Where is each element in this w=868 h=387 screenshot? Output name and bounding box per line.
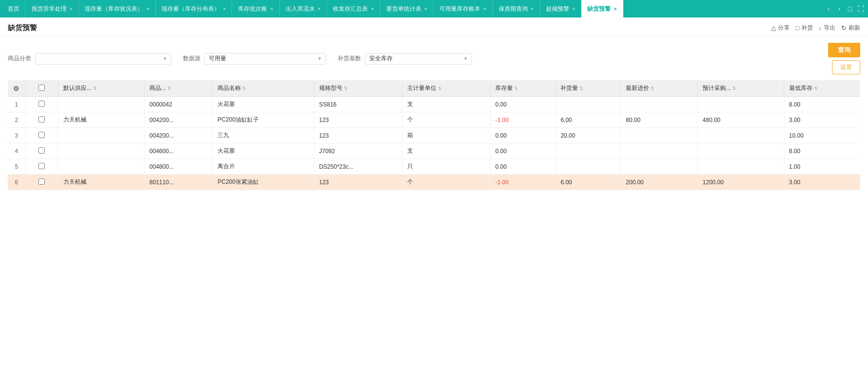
col-header-stock_qty[interactable]: 库存量 ⇅: [490, 80, 556, 97]
col-header-unit[interactable]: 主计量单位 ⇅: [402, 80, 490, 97]
tab-abnormal[interactable]: 拣货异常处理×: [26, 0, 79, 18]
tab-inventory-status[interactable]: 现存量（库存状况表）×: [79, 0, 155, 18]
datasource-input[interactable]: [204, 53, 326, 65]
cell-product_name-2: PC200油缸缸子: [213, 112, 314, 128]
sort-default_supplier[interactable]: 默认供应... ⇅: [63, 84, 97, 92]
sort-icon-product_name: ⇅: [242, 86, 246, 91]
sort-estimated_purchase[interactable]: 预计采购... ⇅: [703, 84, 736, 92]
export-action[interactable]: ↓ 导出: [819, 24, 836, 32]
tab-close-expiry-query[interactable]: ×: [531, 6, 534, 12]
tab-close-overstock[interactable]: ×: [572, 6, 575, 12]
cell-product_code-6: 801110...: [145, 175, 213, 190]
col-header-min_stock[interactable]: 最低库存 ⇅: [784, 80, 860, 97]
row-checkbox-4[interactable]: [25, 143, 58, 159]
sort-icon-estimated_purchase: ⇅: [732, 86, 736, 91]
cell-product_code-4: 004600...: [145, 143, 213, 159]
checkbox-2[interactable]: [38, 116, 45, 123]
tab-shortage[interactable]: 缺货预警×: [581, 0, 623, 18]
row-num-6: 6: [8, 175, 25, 190]
replenish-icon: □: [796, 24, 799, 32]
page-header: 缺货预警 △ 分享 □ 补货 ↓ 导出 ↻ 刷新: [0, 18, 868, 37]
tab-close-inout-flow[interactable]: ×: [318, 6, 321, 12]
sort-product_code[interactable]: 商品... ⇅: [149, 84, 171, 92]
row-checkbox-5[interactable]: [25, 159, 58, 175]
tab-expiry-query[interactable]: 保质期查询×: [493, 0, 540, 18]
replenish-action[interactable]: □ 补货: [796, 24, 813, 32]
tab-next-btn[interactable]: ›: [834, 0, 845, 18]
cell-default_supplier-1: [58, 97, 145, 112]
cell-replenish_qty-1: [556, 97, 621, 112]
category-label: 商品分类: [8, 54, 31, 63]
tab-close-abnormal[interactable]: ×: [70, 6, 72, 12]
tab-overstock[interactable]: 超储预警×: [540, 0, 581, 18]
table-row: 6力天机械801110...PC200张紧油缸123个-1.006.00200.…: [8, 175, 860, 190]
tab-label-expiry-query: 保质期查询: [499, 5, 528, 13]
sort-icon-replenish_qty: ⇅: [579, 86, 583, 91]
sort-spec[interactable]: 规格型号 ⇅: [319, 84, 348, 92]
replenish-base-input[interactable]: [365, 53, 472, 65]
tab-prev-btn[interactable]: ‹: [823, 0, 834, 18]
row-checkbox-6[interactable]: [25, 175, 58, 190]
category-filter: 商品分类 ▼: [8, 53, 171, 65]
sort-icon-min_stock: ⇅: [814, 86, 818, 91]
select-all-checkbox[interactable]: [38, 85, 45, 91]
col-header-product_name[interactable]: 商品名称 ⇅: [213, 80, 314, 97]
cell-replenish_qty-5: [556, 159, 621, 175]
col-header-latest_price[interactable]: 最新进价 ⇅: [621, 80, 698, 97]
checkbox-4[interactable]: [38, 147, 45, 154]
tab-label-available-ledger: 可用量库存账本: [439, 5, 480, 13]
col-header-replenish_qty[interactable]: 补货量 ⇅: [556, 80, 621, 97]
tab-available-ledger[interactable]: 可用量库存账本×: [434, 0, 492, 18]
restore-btn[interactable]: □: [845, 0, 855, 18]
tab-close-available-ledger[interactable]: ×: [483, 6, 486, 12]
tab-label-abnormal: 拣货异常处理: [32, 5, 67, 13]
tab-close-demand-stats[interactable]: ×: [424, 6, 427, 12]
datasource-filter: 数据源 ▼: [183, 53, 326, 65]
checkbox-5[interactable]: [38, 163, 45, 169]
query-button[interactable]: 查询: [828, 43, 860, 57]
sort-latest_price[interactable]: 最新进价 ⇅: [626, 84, 654, 92]
checkbox-6[interactable]: [38, 178, 45, 185]
tab-close-inventory-status[interactable]: ×: [146, 6, 149, 12]
tab-close-batch-account[interactable]: ×: [270, 6, 273, 12]
checkbox-1[interactable]: [38, 101, 45, 107]
tab-close-shortage[interactable]: ×: [614, 6, 616, 12]
sort-product_name[interactable]: 商品名称 ⇅: [217, 84, 246, 92]
tab-receive-summary[interactable]: 收发存汇总表×: [327, 0, 380, 18]
replenish-base-select-wrapper: ▼: [365, 53, 472, 65]
col-header-spec[interactable]: 规格型号 ⇅: [314, 80, 402, 97]
col-header-estimated_purchase[interactable]: 预计采购... ⇅: [698, 80, 784, 97]
row-checkbox-2[interactable]: [25, 112, 58, 128]
col-header-product_code[interactable]: 商品... ⇅: [145, 80, 213, 97]
refresh-action[interactable]: ↻ 刷新: [841, 24, 860, 32]
checkbox-3[interactable]: [38, 132, 45, 138]
tab-inout-flow[interactable]: 出入库流水×: [280, 0, 327, 18]
cell-unit-4: 支: [402, 143, 490, 159]
row-checkbox-1[interactable]: [25, 97, 58, 112]
gear-icon[interactable]: ⚙: [13, 85, 19, 92]
sort-unit[interactable]: 主计量单位 ⇅: [407, 84, 442, 92]
sort-min_stock[interactable]: 最低库存 ⇅: [789, 84, 818, 92]
sort-icon-spec: ⇅: [344, 86, 348, 91]
settings-button[interactable]: 设置: [832, 60, 860, 74]
share-action[interactable]: △ 分享: [771, 24, 790, 32]
sort-stock_qty[interactable]: 库存量 ⇅: [495, 84, 518, 92]
category-input[interactable]: [35, 53, 171, 65]
tab-batch-account[interactable]: 库存批次账×: [232, 0, 279, 18]
tab-close-inventory-dist[interactable]: ×: [223, 6, 226, 12]
tab-close-receive-summary[interactable]: ×: [371, 6, 374, 12]
tab-demand-stats[interactable]: 要货单统计表×: [380, 0, 434, 18]
tab-home[interactable]: 首页: [2, 0, 26, 18]
page-title: 缺货预警: [8, 23, 37, 33]
tab-inventory-dist[interactable]: 现存量（库存分布表）×: [156, 0, 232, 18]
main-content: 缺货预警 △ 分享 □ 补货 ↓ 导出 ↻ 刷新 商品分类: [0, 18, 868, 387]
sort-icon-unit: ⇅: [438, 86, 442, 91]
filter-area: 商品分类 ▼ 数据源 ▼ 补货基数 ▼ 查询 设置: [0, 37, 868, 80]
cell-min_stock-6: 3.00: [784, 175, 860, 190]
fullscreen-btn[interactable]: ⛶: [855, 0, 866, 18]
row-checkbox-3[interactable]: [25, 128, 58, 143]
col-header-default_supplier[interactable]: 默认供应... ⇅: [58, 80, 145, 97]
sort-replenish_qty[interactable]: 补货量 ⇅: [561, 84, 583, 92]
cell-default_supplier-2: 力天机械: [58, 112, 145, 128]
cell-unit-2: 个: [402, 112, 490, 128]
